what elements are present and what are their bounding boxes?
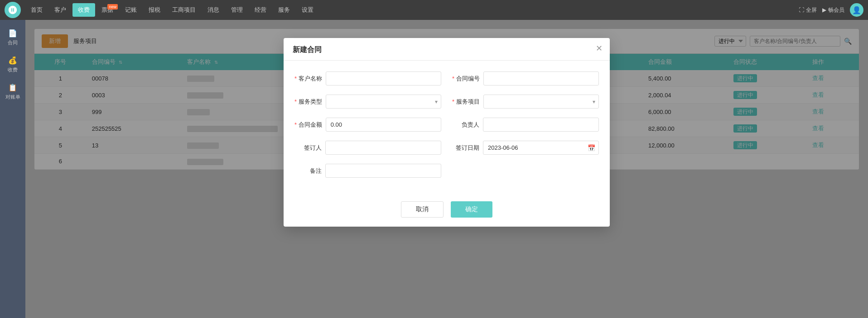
sign-date-label: 签订日期: [452, 144, 479, 152]
form-group-placeholder: [452, 164, 599, 178]
nav-items: 首页 客户 收费 票据 new 记账 报税 工商项目 消息 管理 经营 服务 设…: [25, 3, 799, 17]
nav-bookkeeping[interactable]: 记账: [120, 3, 142, 17]
form-row-2: 服务类型 ▾ 服务项目 ▾: [294, 95, 599, 109]
form-group-signer: 签订人: [294, 141, 441, 155]
nav-service[interactable]: 服务: [273, 3, 295, 17]
main-layout: 📄 合同 💰 收费 📋 对账单 新增 服务项目 进行中 已完成 已取消: [0, 20, 868, 318]
modal-close-button[interactable]: ✕: [596, 44, 603, 52]
cancel-button[interactable]: 取消: [401, 201, 444, 218]
nav-message[interactable]: 消息: [202, 3, 225, 17]
confirm-button[interactable]: 确定: [451, 201, 492, 218]
sign-date-input[interactable]: [483, 141, 599, 155]
logo[interactable]: [5, 2, 21, 18]
fullscreen-label: 全屏: [806, 6, 817, 14]
remark-label: 备注: [294, 167, 322, 175]
form-group-sign-date: 签订日期 📅: [452, 141, 599, 155]
form-row-4: 签订人 签订日期 📅: [294, 141, 599, 155]
nav-business[interactable]: 工商项目: [167, 3, 201, 17]
nav-fee[interactable]: 收费: [72, 3, 95, 17]
amount-label: 合同金额: [294, 121, 322, 129]
nav-tax[interactable]: 报税: [143, 3, 166, 17]
service-item-select[interactable]: [483, 95, 599, 109]
nav-manage[interactable]: 管理: [226, 3, 248, 17]
service-item-wrap: ▾: [483, 95, 599, 109]
nav-invoice[interactable]: 票据 new: [96, 3, 119, 17]
nav-client[interactable]: 客户: [49, 3, 72, 17]
form-row-1: 客户名称 合同编号: [294, 71, 599, 85]
signer-label: 签订人: [294, 144, 322, 152]
form-group-remark: 备注: [294, 164, 441, 178]
fullscreen-icon: ⛶: [799, 7, 804, 13]
contract-no-label: 合同编号: [452, 75, 480, 83]
member-label: 畅会员: [828, 6, 844, 14]
contract-icon: 📄: [8, 28, 18, 38]
remark-input[interactable]: [325, 164, 441, 178]
user-avatar[interactable]: 👤: [850, 3, 863, 17]
form-group-client-name: 客户名称: [294, 71, 441, 85]
modal-title: 新建合同: [293, 46, 322, 53]
new-badge: new: [107, 4, 118, 9]
service-type-label: 服务类型: [294, 98, 322, 106]
video-icon: ▶: [822, 7, 826, 13]
form-group-service-item: 服务项目 ▾: [452, 95, 599, 109]
service-type-wrap: ▾: [326, 95, 441, 109]
statement-icon: 📋: [8, 82, 18, 92]
sidebar-label-fee: 收费: [8, 66, 18, 73]
modal-body: 客户名称 合同编号 服务类型: [284, 61, 610, 194]
client-name-label: 客户名称: [294, 75, 322, 83]
form-group-service-type: 服务类型 ▾: [294, 95, 441, 109]
nav-operation[interactable]: 经营: [249, 3, 272, 17]
responsible-input[interactable]: [483, 118, 599, 132]
form-group-responsible: 负责人: [452, 118, 599, 132]
signer-input[interactable]: [325, 141, 441, 155]
nav-home[interactable]: 首页: [25, 3, 48, 17]
modal-overlay: 新建合同 ✕ 客户名称 合同编号: [25, 20, 868, 318]
new-contract-modal: 新建合同 ✕ 客户名称 合同编号: [284, 38, 610, 227]
form-row-3: 合同金额 负责人: [294, 118, 599, 132]
service-item-label: 服务项目: [452, 98, 480, 106]
fullscreen-btn[interactable]: ⛶ 全屏: [799, 6, 817, 14]
contract-no-input[interactable]: [483, 71, 599, 85]
sidebar-item-fee[interactable]: 💰 收费: [1, 52, 24, 77]
form-row-5: 备注: [294, 164, 599, 178]
amount-input[interactable]: [326, 118, 441, 132]
nav-settings[interactable]: 设置: [296, 3, 319, 17]
modal-footer: 取消 确定: [284, 194, 610, 227]
fee-icon: 💰: [8, 55, 18, 65]
nav-right: ⛶ 全屏 ▶ 畅会员 👤: [799, 3, 863, 17]
modal-header: 新建合同 ✕: [284, 38, 610, 61]
member-btn[interactable]: ▶ 畅会员: [822, 6, 844, 14]
sidebar-label-contract: 合同: [8, 39, 18, 46]
responsible-label: 负责人: [452, 121, 479, 129]
sidebar-label-statement: 对账单: [5, 94, 20, 100]
sidebar: 📄 合同 💰 收费 📋 对账单: [0, 20, 25, 318]
sidebar-item-contract[interactable]: 📄 合同: [1, 24, 24, 50]
sign-date-wrap: 📅: [483, 141, 599, 155]
sidebar-item-statement[interactable]: 📋 对账单: [1, 79, 24, 104]
content-area: 新增 服务项目 进行中 已完成 已取消 🔍 序号 合同编: [25, 20, 868, 318]
top-nav: 首页 客户 收费 票据 new 记账 报税 工商项目 消息 管理 经营 服务 设…: [0, 0, 868, 20]
form-group-contract-no: 合同编号: [452, 71, 599, 85]
form-group-amount: 合同金额: [294, 118, 441, 132]
client-name-input[interactable]: [326, 71, 441, 85]
service-type-select[interactable]: [326, 95, 441, 109]
